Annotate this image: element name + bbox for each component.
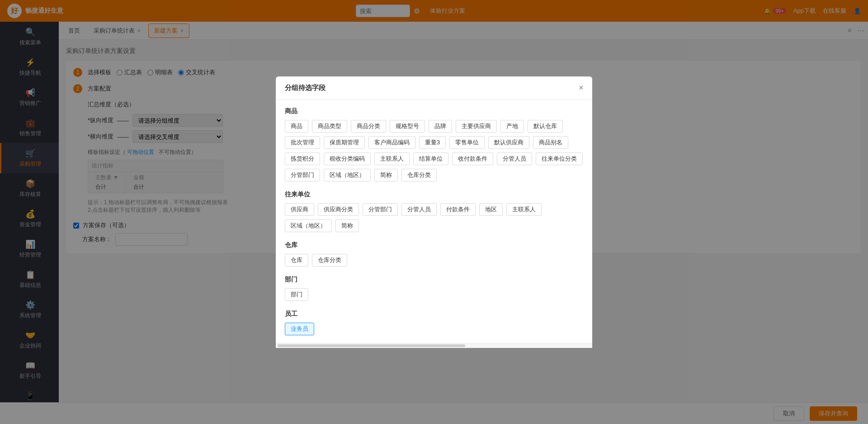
section-employee-title: 员工 (285, 310, 583, 318)
modal-overlay: 分组待选字段 × 商品 商品 商品类型 商品分类 规格型号 品牌 主要供应商 产… (0, 0, 868, 424)
field-tag-origin[interactable]: 产地 (500, 120, 524, 133)
field-tag-short-name[interactable]: 简称 (374, 169, 398, 181)
field-tag-product[interactable]: 商品 (285, 120, 308, 133)
field-tag-supplier-category[interactable]: 供应商分类 (318, 203, 359, 216)
field-tag-warehouse-cat[interactable]: 仓库分类 (312, 254, 347, 267)
section-warehouse-title: 仓库 (285, 241, 583, 249)
field-tag-settlement-unit[interactable]: 结算单位 (413, 152, 448, 165)
section-department-title: 部门 (285, 276, 583, 284)
field-tag-partner-short[interactable]: 简称 (335, 219, 359, 232)
modal-hscroll-thumb (278, 344, 465, 347)
field-tag-area[interactable]: 地区 (479, 203, 503, 216)
field-tag-pick-score[interactable]: 拣货积分 (285, 152, 320, 165)
modal-horizontal-scrollbar[interactable] (276, 343, 592, 348)
modal-title: 分组待选字段 (285, 84, 326, 92)
field-tag-product-alias[interactable]: 商品别名 (533, 136, 568, 149)
field-tag-partner-region[interactable]: 区域（地区） (285, 219, 332, 232)
field-tag-payment-condition[interactable]: 付款条件 (440, 203, 476, 216)
field-tag-salesperson[interactable]: 业务员 (285, 323, 314, 335)
warehouse-field-tags: 仓库 仓库分类 (285, 254, 583, 267)
field-tag-product-category[interactable]: 商品分类 (351, 120, 386, 133)
field-tag-default-supplier[interactable]: 默认供应商 (488, 136, 529, 149)
field-tag-partner-category[interactable]: 往来单位分类 (536, 152, 583, 165)
field-tag-batch-mgmt[interactable]: 批次管理 (285, 136, 320, 149)
field-tag-spec-model[interactable]: 规格型号 (390, 120, 425, 133)
field-tag-default-warehouse[interactable]: 默认仓库 (528, 120, 563, 133)
field-tag-expiry-mgmt[interactable]: 保质期管理 (324, 136, 365, 149)
section-partner-title: 往来单位 (285, 191, 583, 199)
field-tag-supplier[interactable]: 供应商 (285, 203, 314, 216)
section-warehouse: 仓库 仓库 仓库分类 (285, 241, 583, 267)
section-employee: 员工 业务员 (285, 310, 583, 335)
field-tag-main-contact[interactable]: 主联系人 (374, 152, 410, 165)
product-field-tags: 商品 商品类型 商品分类 规格型号 品牌 主要供应商 产地 默认仓库 批次管理 … (285, 120, 583, 181)
field-tag-main-supplier[interactable]: 主要供应商 (456, 120, 497, 133)
field-tag-warehouse-category[interactable]: 仓库分类 (401, 169, 437, 181)
modal-body[interactable]: 商品 商品 商品类型 商品分类 规格型号 品牌 主要供应商 产地 默认仓库 批次… (276, 100, 592, 343)
section-partner: 往来单位 供应商 供应商分类 分管部门 分管人员 付款条件 地区 主联系人 区域… (285, 191, 583, 232)
field-tag-partner-contact[interactable]: 主联系人 (506, 203, 542, 216)
field-tag-region[interactable]: 区域（地区） (324, 169, 371, 181)
modal-header: 分组待选字段 × (276, 76, 592, 100)
field-tag-weight3[interactable]: 重量3 (419, 136, 446, 149)
field-tag-payment-terms[interactable]: 收付款条件 (452, 152, 493, 165)
field-tag-product-type[interactable]: 商品类型 (312, 120, 347, 133)
field-tag-retail-unit[interactable]: 零售单位 (449, 136, 485, 149)
field-tag-manager[interactable]: 分管人员 (497, 152, 532, 165)
section-department: 部门 部门 (285, 276, 583, 301)
section-product-title: 商品 (285, 107, 583, 115)
field-tag-partner-manager[interactable]: 分管人员 (401, 203, 437, 216)
field-tag-warehouse[interactable]: 仓库 (285, 254, 308, 267)
department-field-tags: 部门 (285, 288, 583, 301)
field-tag-partner-dept[interactable]: 分管部门 (363, 203, 398, 216)
modal-close-button[interactable]: × (579, 84, 583, 91)
section-product: 商品 商品 商品类型 商品分类 规格型号 品牌 主要供应商 产地 默认仓库 批次… (285, 107, 583, 181)
field-tag-customer-code[interactable]: 客户商品编码 (368, 136, 415, 149)
field-tag-department[interactable]: 部门 (285, 288, 308, 301)
field-tag-dept[interactable]: 分管部门 (285, 169, 320, 181)
partner-field-tags: 供应商 供应商分类 分管部门 分管人员 付款条件 地区 主联系人 区域（地区） … (285, 203, 583, 232)
field-tag-brand[interactable]: 品牌 (429, 120, 452, 133)
field-tag-tax-code[interactable]: 税收分类编码 (324, 152, 371, 165)
employee-field-tags: 业务员 (285, 323, 583, 335)
field-selection-modal: 分组待选字段 × 商品 商品 商品类型 商品分类 规格型号 品牌 主要供应商 产… (276, 76, 592, 348)
